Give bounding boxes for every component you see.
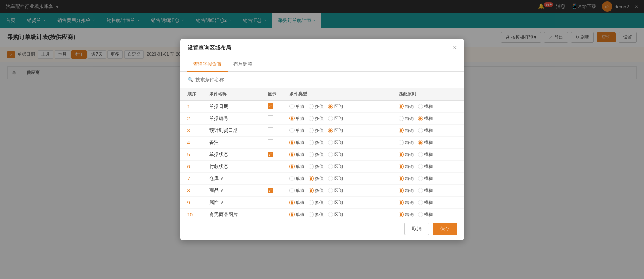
exact-match-circle	[399, 176, 404, 181]
match-radio-exact[interactable]: 精确	[399, 103, 414, 110]
type-radio-single[interactable]: 单值	[289, 188, 304, 194]
field-order: 2	[187, 116, 209, 121]
exact-match-label: 精确	[405, 152, 414, 158]
type-radio-single[interactable]: 单值	[289, 140, 304, 146]
match-radio-exact[interactable]: 精确	[399, 127, 414, 134]
type-radio-single[interactable]: 单值	[289, 200, 304, 206]
type-radio-single[interactable]: 单值	[289, 164, 304, 170]
fuzzy-match-circle	[418, 176, 423, 181]
type-radio-range[interactable]: 区间	[328, 164, 343, 170]
cancel-button[interactable]: 取消	[404, 223, 429, 235]
range-radio-label: 区间	[334, 103, 343, 110]
match-radio-fuzzy[interactable]: 模糊	[418, 127, 433, 134]
match-radio-fuzzy[interactable]: 模糊	[418, 164, 433, 170]
match-radio-exact[interactable]: 精确	[399, 140, 414, 146]
field-display-checkbox[interactable]	[268, 212, 273, 217]
type-radio-range[interactable]: 区间	[328, 140, 343, 146]
save-button[interactable]: 保存	[433, 223, 457, 235]
range-radio-label: 区间	[334, 164, 343, 170]
field-display-checkbox[interactable]	[268, 140, 273, 145]
fuzzy-match-circle	[418, 128, 423, 133]
match-radio-fuzzy[interactable]: 模糊	[418, 103, 433, 110]
multi-radio-circle	[309, 200, 314, 205]
type-radio-multi[interactable]: 多值	[309, 176, 324, 182]
field-display-checkbox[interactable]	[268, 200, 273, 205]
dialog-close-button[interactable]: ×	[453, 44, 457, 52]
match-radio-fuzzy[interactable]: 模糊	[418, 115, 433, 122]
fuzzy-match-label: 模糊	[424, 152, 433, 158]
match-radio-exact[interactable]: 精确	[399, 115, 414, 122]
multi-radio-label: 多值	[315, 164, 324, 170]
match-radio-exact[interactable]: 精确	[399, 152, 414, 158]
type-radio-multi[interactable]: 多值	[309, 152, 324, 158]
field-display-checkbox[interactable]	[268, 188, 273, 193]
match-radio-fuzzy[interactable]: 模糊	[418, 188, 433, 194]
field-match-group: 精确模糊	[399, 115, 457, 122]
type-radio-range[interactable]: 区间	[328, 103, 343, 110]
field-display-checkbox[interactable]	[268, 115, 273, 121]
type-radio-multi[interactable]: 多值	[309, 200, 324, 206]
type-radio-single[interactable]: 单值	[289, 103, 304, 110]
exact-match-label: 精确	[405, 176, 414, 182]
dialog-tab-fields[interactable]: 查询字段设置	[187, 57, 228, 72]
field-match-group: 精确模糊	[399, 200, 457, 206]
fuzzy-match-circle	[418, 188, 423, 193]
dialog-tabs: 查询字段设置 布局调整	[180, 57, 464, 72]
type-radio-range[interactable]: 区间	[328, 115, 343, 122]
range-radio-circle	[328, 140, 333, 145]
range-radio-circle	[328, 152, 333, 157]
match-radio-fuzzy[interactable]: 模糊	[418, 176, 433, 182]
type-radio-range[interactable]: 区间	[328, 127, 343, 134]
field-match-group: 精确模糊	[399, 188, 457, 194]
search-input[interactable]	[195, 77, 254, 82]
multi-radio-label: 多值	[315, 188, 324, 194]
multi-radio-label: 多值	[315, 152, 324, 158]
match-radio-exact[interactable]: 精确	[399, 164, 414, 170]
type-radio-multi[interactable]: 多值	[309, 164, 324, 170]
type-radio-multi[interactable]: 多值	[309, 212, 324, 217]
type-radio-multi[interactable]: 多值	[309, 140, 324, 146]
match-radio-exact[interactable]: 精确	[399, 212, 414, 217]
field-order: 8	[187, 188, 209, 193]
match-radio-exact[interactable]: 精确	[399, 200, 414, 206]
field-display-checkbox[interactable]	[268, 176, 273, 181]
match-radio-fuzzy[interactable]: 模糊	[418, 200, 433, 206]
match-radio-exact[interactable]: 精确	[399, 176, 414, 182]
field-display-checkbox[interactable]	[268, 127, 273, 133]
type-radio-single[interactable]: 单值	[289, 176, 304, 182]
field-row: 7仓库 ∨单值多值区间精确模糊	[180, 173, 464, 185]
type-radio-single[interactable]: 单值	[289, 152, 304, 158]
type-radio-multi[interactable]: 多值	[309, 127, 324, 134]
type-radio-single[interactable]: 单值	[289, 127, 304, 134]
single-radio-circle	[289, 212, 295, 217]
modal-overlay: 设置查询区域布局 × 查询字段设置 布局调整 🔍 顺序 条件名称 显示 条件类型	[0, 0, 644, 279]
field-display-checkbox[interactable]	[268, 164, 273, 169]
match-radio-fuzzy[interactable]: 模糊	[418, 140, 433, 146]
field-display-checkbox[interactable]	[268, 103, 273, 109]
type-radio-single[interactable]: 单值	[289, 212, 304, 217]
type-radio-single[interactable]: 单值	[289, 115, 304, 122]
type-radio-range[interactable]: 区间	[328, 152, 343, 158]
type-radio-multi[interactable]: 多值	[309, 188, 324, 194]
type-radio-multi[interactable]: 多值	[309, 115, 324, 122]
type-radio-multi[interactable]: 多值	[309, 103, 324, 110]
dialog-tab-layout[interactable]: 布局调整	[228, 57, 258, 72]
match-radio-fuzzy[interactable]: 模糊	[418, 152, 433, 158]
single-radio-label: 单值	[296, 127, 304, 134]
type-radio-range[interactable]: 区间	[328, 200, 343, 206]
type-radio-range[interactable]: 区间	[328, 176, 343, 182]
single-radio-label: 单值	[296, 152, 304, 158]
field-display-checkbox[interactable]	[268, 152, 273, 157]
search-input-wrap: 🔍	[187, 75, 260, 84]
fuzzy-match-label: 模糊	[424, 200, 433, 206]
fuzzy-match-circle	[418, 140, 423, 145]
fuzzy-match-label: 模糊	[424, 115, 433, 122]
field-name: 付款状态	[209, 163, 268, 170]
type-radio-range[interactable]: 区间	[328, 188, 343, 194]
single-radio-circle	[289, 128, 295, 133]
match-radio-exact[interactable]: 精确	[399, 188, 414, 194]
field-name: 属性 ∨	[209, 199, 268, 206]
type-radio-range[interactable]: 区间	[328, 212, 343, 217]
range-radio-label: 区间	[334, 200, 343, 206]
match-radio-fuzzy[interactable]: 模糊	[418, 212, 433, 217]
